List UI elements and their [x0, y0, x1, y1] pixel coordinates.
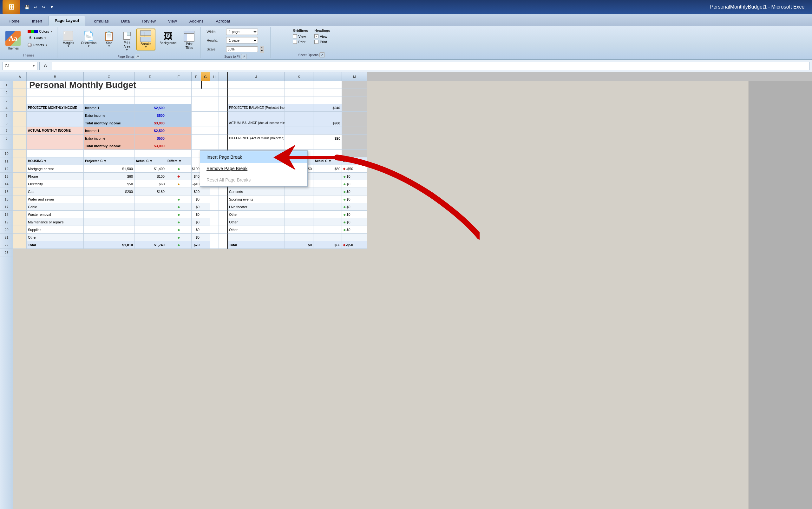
- scale-down-button[interactable]: ▼: [260, 49, 264, 53]
- cell-b17[interactable]: Cable: [27, 203, 84, 211]
- cell-a15[interactable]: [13, 188, 27, 196]
- cell-m10[interactable]: [342, 150, 367, 158]
- cell-l16[interactable]: [313, 196, 342, 203]
- col-header-j[interactable]: J: [228, 72, 285, 81]
- cell-j17[interactable]: Live theater: [228, 203, 285, 211]
- cell-e10[interactable]: [166, 150, 191, 158]
- cell-i8[interactable]: [219, 135, 228, 142]
- print-titles-button[interactable]: PrintTitles: [181, 29, 198, 52]
- cell-c20[interactable]: [84, 226, 135, 234]
- cell-f18[interactable]: $0: [191, 211, 201, 218]
- cell-g2[interactable]: [201, 89, 210, 97]
- tab-review[interactable]: Review: [136, 16, 162, 26]
- headings-view-checkbox[interactable]: [314, 34, 318, 38]
- col-header-l[interactable]: L: [313, 72, 342, 81]
- cell-a20[interactable]: [13, 226, 27, 234]
- cell-i21[interactable]: [219, 234, 228, 241]
- cell-g3[interactable]: [201, 97, 210, 104]
- cell-g9[interactable]: [201, 142, 210, 150]
- cell-e8[interactable]: [166, 135, 191, 142]
- cell-j15[interactable]: Concerts: [228, 188, 285, 196]
- cell-e20[interactable]: ●: [166, 226, 191, 234]
- print-area-button[interactable]: PrintArea ▼: [119, 29, 135, 54]
- cell-f17[interactable]: $0: [191, 203, 201, 211]
- cell-e9[interactable]: [166, 142, 191, 150]
- scale-up-button[interactable]: ▲: [260, 46, 264, 49]
- cell-e17[interactable]: ●: [166, 203, 191, 211]
- cell-f9[interactable]: [191, 142, 201, 150]
- cell-j21[interactable]: [228, 234, 285, 241]
- cell-b3[interactable]: [27, 97, 84, 104]
- cell-f8[interactable]: [191, 135, 201, 142]
- tab-addins[interactable]: Add-Ins: [183, 16, 210, 26]
- name-box[interactable]: G1 ▼: [3, 62, 37, 70]
- cell-k16[interactable]: [285, 196, 313, 203]
- cell-h19[interactable]: [210, 218, 219, 226]
- cell-h8[interactable]: [210, 135, 219, 142]
- cell-b15[interactable]: Gas: [27, 188, 84, 196]
- sheet-options-expand-button[interactable]: ↗: [319, 53, 325, 58]
- tab-data[interactable]: Data: [115, 16, 136, 26]
- cell-b6[interactable]: [27, 119, 84, 127]
- cell-l18[interactable]: [313, 211, 342, 218]
- cell-c7[interactable]: Income 1: [84, 127, 135, 135]
- cell-d16[interactable]: [135, 196, 166, 203]
- cell-i9[interactable]: [219, 142, 228, 150]
- cell-b22[interactable]: Total: [27, 241, 84, 249]
- cell-h7[interactable]: [210, 127, 219, 135]
- cell-d19[interactable]: [135, 218, 166, 226]
- cell-d22[interactable]: $1,740: [135, 241, 166, 249]
- cell-f5[interactable]: [191, 112, 201, 119]
- cell-d15[interactable]: $180: [135, 188, 166, 196]
- cell-h22[interactable]: [210, 241, 219, 249]
- cell-g20[interactable]: [201, 226, 210, 234]
- cell-a18[interactable]: [13, 211, 27, 218]
- cell-h9[interactable]: [210, 142, 219, 150]
- cell-g16[interactable]: [201, 196, 210, 203]
- cell-h3[interactable]: [210, 97, 219, 104]
- col-header-k[interactable]: K: [285, 72, 313, 81]
- headings-print-checkbox[interactable]: [314, 40, 318, 44]
- gridlines-print-checkbox[interactable]: [293, 40, 297, 44]
- cell-b13[interactable]: Phone: [27, 173, 84, 180]
- save-button[interactable]: 💾: [23, 4, 31, 10]
- undo-button[interactable]: ↩: [32, 4, 39, 10]
- cell-j22[interactable]: Total: [228, 241, 285, 249]
- cell-a17[interactable]: [13, 203, 27, 211]
- cell-i17[interactable]: [219, 203, 228, 211]
- cell-b10[interactable]: [27, 150, 84, 158]
- cell-a21[interactable]: [13, 234, 27, 241]
- remove-page-break-item[interactable]: Remove Page Break: [200, 163, 307, 174]
- cell-a19[interactable]: [13, 218, 27, 226]
- cell-d5[interactable]: $500: [135, 112, 166, 119]
- cell-j7[interactable]: [228, 127, 285, 135]
- cell-b12[interactable]: Mortgage or rent: [27, 165, 84, 173]
- cell-e2[interactable]: [166, 89, 191, 97]
- cell-c22[interactable]: $1,810: [84, 241, 135, 249]
- cell-e5[interactable]: [166, 112, 191, 119]
- cell-b4[interactable]: PROJECTED MONTHLY INCOME: [27, 104, 84, 112]
- cell-j3[interactable]: [228, 97, 285, 104]
- cell-g5[interactable]: [201, 112, 210, 119]
- cell-i7[interactable]: [219, 127, 228, 135]
- cell-l15[interactable]: [313, 188, 342, 196]
- cell-d9[interactable]: $3,000: [135, 142, 166, 150]
- cell-b1[interactable]: [27, 81, 84, 89]
- cell-e1[interactable]: [166, 81, 191, 89]
- cell-m1[interactable]: [342, 81, 367, 89]
- cell-l10[interactable]: [313, 150, 342, 158]
- cell-k20[interactable]: [285, 226, 313, 234]
- cell-k1[interactable]: [285, 81, 313, 89]
- cell-k19[interactable]: [285, 218, 313, 226]
- cell-g6[interactable]: [201, 119, 210, 127]
- cell-e15[interactable]: [166, 188, 191, 196]
- cell-j18[interactable]: Other: [228, 211, 285, 218]
- cell-k18[interactable]: [285, 211, 313, 218]
- cell-m8[interactable]: [342, 135, 367, 142]
- cell-l17[interactable]: [313, 203, 342, 211]
- cell-h4[interactable]: [210, 104, 219, 112]
- cell-k5[interactable]: [285, 112, 313, 119]
- background-button[interactable]: 🖼 Background: [157, 29, 179, 47]
- cell-c1[interactable]: [84, 81, 135, 89]
- cell-d11[interactable]: Actual C ▼: [135, 158, 166, 165]
